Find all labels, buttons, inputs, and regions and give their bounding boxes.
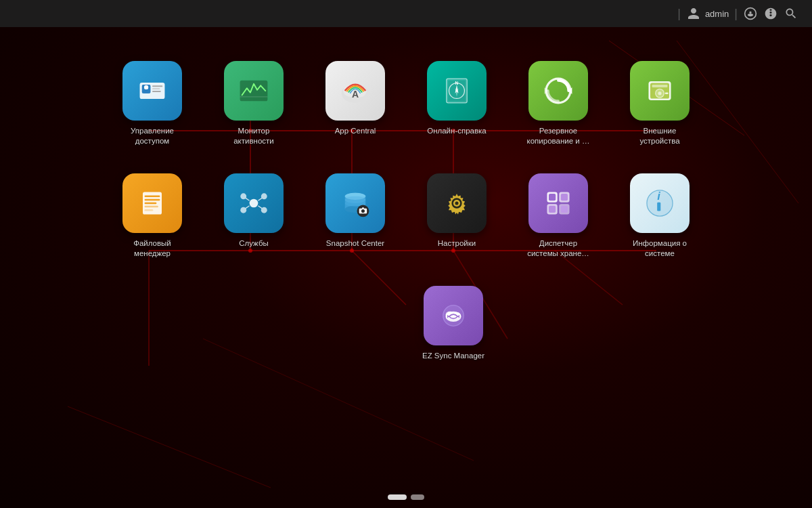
apps-row-1: Управлениедоступом Мониторактивности xyxy=(108,61,704,146)
svg-rect-57 xyxy=(145,203,157,205)
app-icon-external-devices xyxy=(630,61,690,121)
app-label-ez-sync: EZ Sync Manager xyxy=(422,351,484,361)
app-system-info[interactable]: i Информация осистеме xyxy=(616,173,704,259)
app-label-system-info: Информация осистеме xyxy=(633,238,687,259)
app-icon-storage-manager xyxy=(528,173,588,233)
svg-line-66 xyxy=(258,198,262,200)
svg-rect-32 xyxy=(152,88,160,89)
svg-point-45 xyxy=(546,79,570,103)
svg-rect-88 xyxy=(561,194,568,200)
svg-rect-53 xyxy=(665,93,669,95)
app-services[interactable]: Службы xyxy=(210,173,298,249)
svg-line-68 xyxy=(246,206,250,209)
svg-rect-50 xyxy=(652,85,668,87)
apps-row-2: Файловыйменеджер Службы xyxy=(108,173,704,259)
app-external-devices[interactable]: Внешниеустройства xyxy=(616,61,704,146)
search-icon[interactable] xyxy=(784,6,798,21)
svg-point-82 xyxy=(455,201,458,205)
app-icon-app-central: A xyxy=(325,61,385,121)
app-label-activity-monitor: Мониторактивности xyxy=(233,126,274,146)
svg-point-77 xyxy=(361,209,365,213)
topbar-separator2: | xyxy=(734,7,738,21)
svg-rect-58 xyxy=(145,206,158,208)
topbar: | admin | xyxy=(0,0,812,27)
topbar-separator: | xyxy=(677,7,681,21)
app-backup[interactable]: Резервноекопирование и … xyxy=(514,61,602,146)
apps-container: Управлениедоступом Мониторактивности xyxy=(0,41,812,481)
app-icon-file-manager xyxy=(122,173,182,233)
svg-rect-90 xyxy=(561,206,568,213)
app-settings[interactable]: Настройки xyxy=(413,173,501,249)
app-label-app-central: App Central xyxy=(335,126,376,136)
page-indicator xyxy=(388,494,424,500)
app-label-storage-manager: Диспетчерсистемы хране… xyxy=(527,238,589,259)
app-activity-monitor[interactable]: Мониторактивности xyxy=(210,61,298,146)
svg-rect-56 xyxy=(145,199,160,201)
user-icon xyxy=(686,6,701,21)
apps-row-3: EZ Sync Manager xyxy=(315,286,497,361)
svg-point-34 xyxy=(144,85,148,89)
svg-rect-31 xyxy=(152,85,162,87)
svg-text:i: i xyxy=(657,190,660,203)
app-icon-access-control xyxy=(122,61,182,121)
avatar-icon[interactable] xyxy=(743,6,758,21)
app-icon-system-info: i xyxy=(630,173,690,233)
app-icon-snapshot-center xyxy=(325,173,385,233)
svg-text:A: A xyxy=(352,89,359,100)
app-label-online-help: Онлайн-справка xyxy=(427,126,487,136)
app-snapshot-center[interactable]: Snapshot Center xyxy=(311,173,399,249)
app-label-services: Службы xyxy=(239,238,269,249)
app-file-manager[interactable]: Файловыйменеджер xyxy=(108,173,196,259)
svg-rect-55 xyxy=(145,195,160,197)
svg-point-60 xyxy=(250,199,258,208)
app-icon-backup xyxy=(528,61,588,121)
app-label-file-manager: Файловыйменеджер xyxy=(133,238,171,259)
username-label: admin xyxy=(705,9,729,19)
app-icon-ez-sync xyxy=(424,286,483,345)
settings-circle-icon[interactable] xyxy=(763,6,778,21)
app-icon-settings xyxy=(427,173,487,233)
app-icon-online-help: N xyxy=(427,61,487,121)
app-icon-activity-monitor xyxy=(224,61,284,121)
app-label-settings: Настройки xyxy=(438,238,476,249)
svg-rect-59 xyxy=(145,209,154,211)
svg-point-52 xyxy=(658,91,661,95)
app-access-control[interactable]: Управлениедоступом xyxy=(108,61,196,146)
app-label-snapshot-center: Snapshot Center xyxy=(326,238,384,249)
app-online-help[interactable]: N Онлайн-справка xyxy=(413,61,501,136)
svg-rect-93 xyxy=(657,203,660,211)
app-ez-sync[interactable]: EZ Sync Manager xyxy=(409,286,497,361)
page-dot-2[interactable] xyxy=(411,494,424,500)
app-label-access-control: Управлениедоступом xyxy=(131,126,174,146)
svg-line-67 xyxy=(258,206,262,209)
app-icon-services xyxy=(224,173,284,233)
page-dot-1[interactable] xyxy=(388,494,407,500)
svg-line-65 xyxy=(246,198,250,200)
app-label-external-devices: Внешниеустройства xyxy=(639,126,679,146)
topbar-user: admin xyxy=(686,6,729,21)
svg-rect-33 xyxy=(152,91,161,92)
svg-rect-78 xyxy=(362,207,364,209)
svg-text:N: N xyxy=(455,81,458,85)
svg-rect-87 xyxy=(549,194,556,200)
app-app-central[interactable]: A App Central xyxy=(311,61,399,136)
app-label-backup: Резервноекопирование и … xyxy=(527,126,590,146)
svg-rect-89 xyxy=(549,206,556,213)
app-storage-manager[interactable]: Диспетчерсистемы хране… xyxy=(514,173,602,259)
